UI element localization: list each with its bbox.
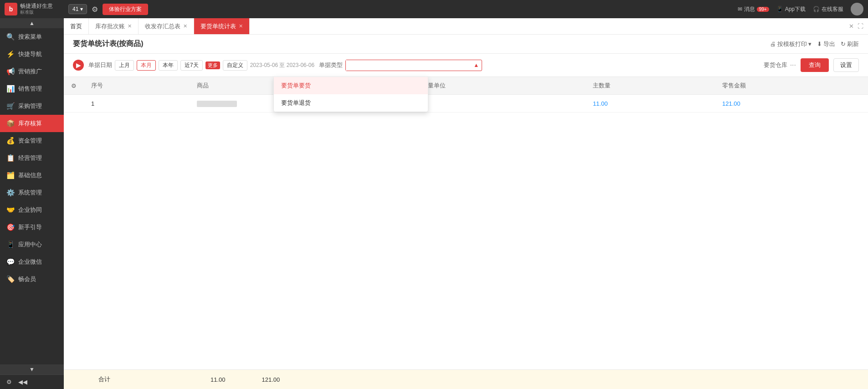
logo-icon: b <box>5 3 17 15</box>
product-name-blurred: ██████ ████ <box>197 101 237 107</box>
sidebar-item-appstore[interactable]: 📱 应用中心 <box>0 236 64 253</box>
td-settings <box>64 95 84 113</box>
right-area: ✉ 消息 99+ 📱 App下载 🎧 在线客服 <box>738 3 863 15</box>
app-download-button[interactable]: 📱 App下载 <box>776 5 806 13</box>
th-quantity: 主数量 <box>586 77 715 95</box>
tab-batch-close[interactable]: ✕ <box>128 23 132 29</box>
center-area: 41 ▾ ⚙ 体验行业方案 <box>68 4 738 15</box>
purchase-icon: 🛒 <box>6 102 15 110</box>
logo-area: b 畅捷通好生意 标准版 <box>5 3 68 15</box>
sidebar-label-enterprise: 企业协同 <box>18 206 42 214</box>
amount-link[interactable]: 121.00 <box>722 100 740 107</box>
refresh-label: 刷新 <box>847 40 859 48</box>
tab-expand-icon[interactable]: ⛶ <box>858 23 863 30</box>
export-label: 导出 <box>823 40 835 48</box>
tab-receivable[interactable]: 收发存汇总表 ✕ <box>139 18 194 34</box>
type-input[interactable] <box>346 60 471 71</box>
tab-home-label: 首页 <box>70 22 82 31</box>
date-range-text: 2023-05-06 至 2023-06-06 <box>250 61 314 69</box>
online-service-button[interactable]: 🎧 在线客服 <box>813 5 843 13</box>
sidebar-item-enterprise[interactable]: 🤝 企业协同 <box>0 201 64 219</box>
messages-button[interactable]: ✉ 消息 99+ <box>738 5 769 13</box>
query-button[interactable]: 查询 <box>801 58 829 72</box>
table-body: 1 ██████ ████ 块 11.00 121.00 <box>64 95 868 113</box>
page-title: 要货单统计表(按商品) <box>73 39 144 49</box>
date-btn-last-month[interactable]: 上月 <box>115 60 134 71</box>
gear-icon[interactable]: ⚙ <box>92 5 98 14</box>
sidebar-item-system[interactable]: ⚙️ 系统管理 <box>0 184 64 201</box>
filter-expand-button[interactable]: ▶ <box>73 60 84 71</box>
table-footer: 合计 11.00 121.00 <box>64 369 868 389</box>
quantity-link[interactable]: 11.00 <box>593 100 608 107</box>
sidebar-item-marketing[interactable]: 📢 营销推广 <box>0 63 64 80</box>
search-icon: 🔍 <box>6 33 15 41</box>
date-more-badge[interactable]: 更多 <box>205 61 220 69</box>
tab-home[interactable]: 首页 <box>64 18 89 34</box>
logo-name: 畅捷通好生意 <box>20 3 53 9</box>
tab-batch[interactable]: 库存批次账 ✕ <box>89 18 139 34</box>
settings-button[interactable]: 设置 <box>833 58 859 72</box>
tab-batch-label: 库存批次账 <box>95 22 125 31</box>
td-index: 1 <box>84 95 190 113</box>
table-row: 1 ██████ ████ 块 11.00 121.00 <box>64 95 868 113</box>
store-name: 41 <box>72 6 78 12</box>
sidebar-scroll-up[interactable]: ▲ <box>0 18 64 28</box>
sidebar-item-wechat[interactable]: 💬 企业微信 <box>0 253 64 271</box>
system-icon: ⚙️ <box>6 189 15 197</box>
warehouse-label: 要货仓库 <box>764 61 787 69</box>
sidebar-label-finance: 资金管理 <box>18 137 42 145</box>
promo-button[interactable]: 体验行业方案 <box>103 4 148 15</box>
th-settings[interactable]: ⚙ <box>64 77 84 95</box>
sidebar: ▲ 🔍 搜索菜单 ⚡ 快捷导航 📢 营销推广 📊 销售管理 🛒 采购管理 <box>0 18 64 389</box>
footer-label: 合计 <box>98 375 110 384</box>
tab-requisition-close[interactable]: ✕ <box>239 23 243 29</box>
type-dropdown-up-icon[interactable]: ▲ <box>471 62 482 68</box>
tab-receivable-close[interactable]: ✕ <box>183 23 187 29</box>
date-btn-this-month[interactable]: 本月 <box>137 60 156 71</box>
sidebar-label-purchase: 采购管理 <box>18 102 42 110</box>
type-dropdown: 要货单要货 要货单退货 <box>273 77 428 112</box>
refresh-button[interactable]: ↻ 刷新 <box>841 40 859 48</box>
sidebar-scroll-down[interactable]: ▼ <box>0 364 64 374</box>
shortcut-icon: ⚡ <box>6 50 15 58</box>
export-button[interactable]: ⬇ 导出 <box>817 40 835 48</box>
sidebar-item-shortcut[interactable]: ⚡ 快捷导航 <box>0 46 64 63</box>
dropdown-item-requisition-return[interactable]: 要货单退货 <box>274 94 428 112</box>
messages-badge: 99+ <box>757 7 769 12</box>
sidebar-item-guide[interactable]: 🎯 新手引导 <box>0 219 64 236</box>
date-btn-custom[interactable]: 自定义 <box>223 60 247 71</box>
sidebar-item-sales[interactable]: 📊 销售管理 <box>0 80 64 97</box>
tab-requisition[interactable]: 要货单统计表 ✕ <box>194 18 250 34</box>
store-selector[interactable]: 41 ▾ <box>68 4 87 14</box>
print-arrow-icon: ▾ <box>808 41 812 47</box>
td-unit: 块 <box>409 95 586 113</box>
tab-bar: 首页 库存批次账 ✕ 收发存汇总表 ✕ 要货单统计表 ✕ ✕ ⛶ <box>64 18 868 35</box>
print-template-button[interactable]: 🖨 按模板打印 ▾ <box>770 40 812 48</box>
sidebar-item-finance[interactable]: 💰 资金管理 <box>0 132 64 149</box>
sidebar-item-search[interactable]: 🔍 搜索菜单 <box>0 28 64 46</box>
sidebar-label-guide: 新手引导 <box>18 223 42 231</box>
sales-icon: 📊 <box>6 85 15 93</box>
sidebar-item-purchase[interactable]: 🛒 采购管理 <box>0 97 64 115</box>
sidebar-item-operation[interactable]: 📋 经营管理 <box>0 149 64 167</box>
sidebar-item-basic[interactable]: 🗂️ 基础信息 <box>0 167 64 184</box>
warehouse-more-icon[interactable]: ··· <box>790 61 796 69</box>
sidebar-settings-icon[interactable]: ⚙ <box>6 379 12 385</box>
th-index: 序号 <box>84 77 190 95</box>
sidebar-collapse-icon[interactable]: ◀◀ <box>18 379 27 385</box>
sidebar-bottom: ⚙ ◀◀ <box>0 374 64 389</box>
sidebar-item-member[interactable]: 🏷️ 畅会员 <box>0 271 64 288</box>
messages-label: 消息 <box>744 5 755 13</box>
avatar[interactable] <box>851 3 863 15</box>
date-filter-group: 单据日期 上月 本月 本年 近7天 更多 自定义 2023-05-06 至 20… <box>88 60 314 71</box>
page-content: 要货单统计表(按商品) 🖨 按模板打印 ▾ ⬇ 导出 ↻ 刷新 <box>64 35 868 389</box>
date-btn-this-year[interactable]: 本年 <box>159 60 178 71</box>
sidebar-label-operation: 经营管理 <box>18 154 42 162</box>
tab-requisition-label: 要货单统计表 <box>200 22 236 31</box>
sidebar-item-inventory[interactable]: 📦 库存核算 <box>0 115 64 132</box>
dropdown-item-requisition-order[interactable]: 要货单要货 <box>274 77 428 94</box>
date-btn-7days[interactable]: 近7天 <box>180 60 203 71</box>
tab-close-all-icon[interactable]: ✕ <box>849 23 854 30</box>
sidebar-label-wechat: 企业微信 <box>18 258 42 266</box>
sidebar-label-search: 搜索菜单 <box>18 33 42 41</box>
